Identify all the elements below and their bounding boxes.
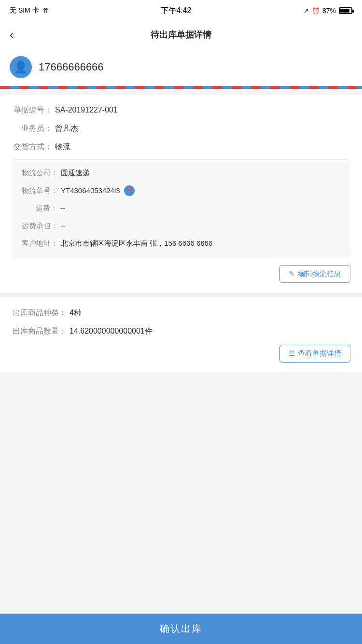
nav-bar: ‹ 待出库单据详情 [0,21,362,48]
freight-label: 运费： [22,203,60,214]
freight-bearer-label: 运费承担： [22,221,61,232]
goods-quantity-value: 14.620000000000001件 [70,325,350,337]
goods-quantity-row: 出库商品数量： 14.620000000000001件 [12,325,350,337]
goods-quantity-label: 出库商品数量： [12,325,70,337]
view-detail-label: 查看单据详情 [298,349,341,358]
freight-bearer-value: -- [61,221,340,232]
freight-value: -- [60,203,340,214]
delivery-method-row: 交货方式： 物流 [12,141,350,153]
view-detail-container: ☰ 查看单据详情 [12,345,350,363]
carrier-label: 无 SIM 卡 [10,6,39,15]
goods-types-row: 出库商品种类： 4种 [12,307,350,319]
battery-label: 87% [322,7,336,14]
order-info-section: 单据编号： SA-20191227-001 业务员： 曾凡杰 交货方式： 物流 … [0,95,362,293]
tracking-number-row: 物流单号： YT43064053424l3 📍 [22,185,340,196]
logistics-company-value: 圆通速递 [61,168,340,179]
edit-logistics-button[interactable]: ✎ 编辑物流信息 [279,265,350,283]
edit-icon: ✎ [289,269,295,278]
page-spacer [0,372,362,430]
address-row: 客户地址： 北京市市辖区海淀区永丰南 张，156 6666 6666 [22,238,340,249]
detail-icon: ☰ [289,349,295,358]
freight-row: 运费： -- [22,203,340,214]
avatar: 👤 [10,56,32,78]
document-number-value: SA-20191227-001 [55,104,350,116]
avatar-icon: 👤 [14,60,28,74]
edit-logistics-label: 编辑物流信息 [298,269,341,279]
status-bar-right: ↗ ⏰ 87% [304,7,352,14]
logistics-section: 物流公司： 圆通速递 物流单号： YT43064053424l3 📍 运费： -… [12,159,350,257]
alarm-icon: ⏰ [312,7,320,14]
page-title: 待出库单据详情 [151,29,211,41]
salesperson-value: 曾凡杰 [55,123,350,134]
salesperson-label: 业务员： [12,123,55,134]
goods-types-label: 出库商品种类： [12,307,70,319]
address-value: 北京市市辖区海淀区永丰南 张，156 6666 6666 [61,238,340,249]
customer-phone: 17666666666 [39,61,104,73]
tracking-location-icon[interactable]: 📍 [124,185,135,196]
confirm-outbound-button[interactable]: 确认出库 [160,622,202,635]
logistics-company-row: 物流公司： 圆通速递 [22,168,340,179]
battery-fill [340,9,349,13]
battery-indicator [339,7,352,14]
wifi-icon: ⇈ [43,7,49,14]
back-button[interactable]: ‹ [6,24,17,45]
logistics-company-label: 物流公司： [22,168,61,179]
dashed-divider [0,86,362,89]
tracking-number-label: 物流单号： [22,185,61,196]
salesperson-row: 业务员： 曾凡杰 [12,123,350,134]
section-divider [0,293,362,297]
tracking-number-value: YT43064053424l3 📍 [61,185,340,196]
delivery-method-label: 交货方式： [12,141,55,153]
bottom-bar: 确认出库 [0,614,362,644]
freight-bearer-row: 运费承担： -- [22,221,340,232]
goods-types-value: 4种 [70,307,350,319]
goods-section: 出库商品种类： 4种 出库商品数量： 14.620000000000001件 ☰… [0,297,362,372]
customer-header: 👤 17666666666 [0,48,362,86]
delivery-method-value: 物流 [55,141,350,153]
document-number-label: 单据编号： [12,104,55,116]
status-bar-time: 下午4:42 [161,6,191,16]
address-label: 客户地址： [22,238,61,249]
status-bar-left: 无 SIM 卡 ⇈ [10,6,49,15]
location-status-icon: ↗ [304,7,309,14]
status-bar: 无 SIM 卡 ⇈ 下午4:42 ↗ ⏰ 87% [0,0,362,21]
document-number-row: 单据编号： SA-20191227-001 [12,104,350,116]
edit-logistics-container: ✎ 编辑物流信息 [12,265,350,283]
view-detail-button[interactable]: ☰ 查看单据详情 [279,345,350,363]
